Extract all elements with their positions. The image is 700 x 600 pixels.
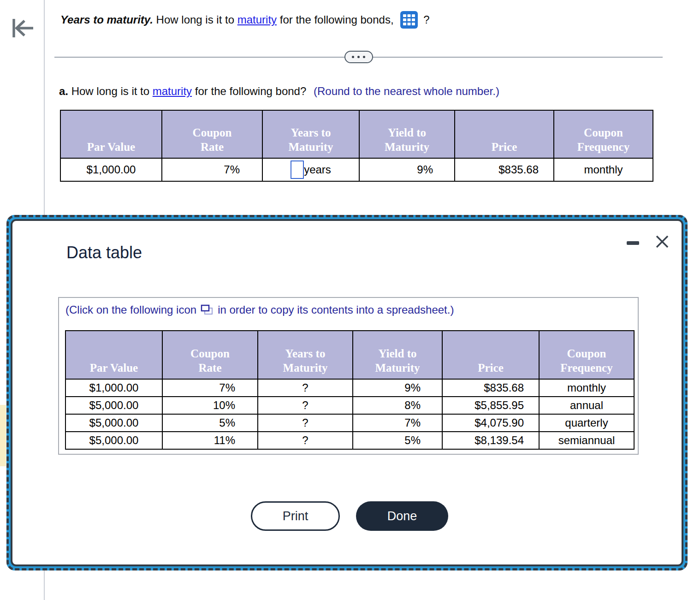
question-mark-suffix: ? [423, 13, 429, 26]
ellipsis-dot [363, 56, 365, 58]
years-cell: ? [258, 432, 353, 449]
col-header-par-value: Par Value [65, 331, 162, 379]
section-divider [54, 57, 663, 58]
price-cell: $8,139.54 [442, 432, 539, 449]
years-input[interactable] [291, 160, 304, 179]
sidebar-highlight-strip [0, 405, 6, 466]
table-row: $5,000.00 5% ? 7% $4,075.90 quarterly [65, 414, 634, 432]
coupon-rate-cell: 11% [162, 432, 258, 449]
price-cell: $4,075.90 [442, 414, 539, 432]
years-suffix-label: years [304, 159, 331, 180]
par-value-cell: $1,000.00 [65, 379, 162, 397]
yield-cell: 9% [353, 379, 442, 397]
col-header-par-value: Par Value [60, 110, 162, 158]
col-header-years-to-maturity: Years toMaturity [258, 331, 353, 379]
years-cell: ? [258, 379, 353, 397]
print-button[interactable]: Print [251, 501, 340, 531]
col-header-coupon-frequency: CouponFrequency [554, 110, 653, 158]
divider-ellipsis-toggle[interactable] [344, 51, 373, 63]
question-header: Years to maturity. How long is it to mat… [60, 11, 430, 29]
col-header-years-to-maturity: Years toMaturity [262, 110, 359, 158]
col-header-price: Price [442, 331, 539, 379]
table-row: $5,000.00 11% ? 5% $8,139.54 semiannual [65, 432, 634, 449]
rounding-instruction: (Round to the nearest whole number.) [314, 85, 499, 97]
modal-content: Data table (Click on the following icon … [11, 219, 683, 566]
maturity-link-a[interactable]: maturity [153, 85, 192, 97]
copy-icon[interactable] [201, 304, 214, 315]
close-icon[interactable] [653, 233, 671, 250]
yield-cell: 5% [353, 432, 442, 449]
col-header-coupon-rate: CouponRate [162, 110, 262, 158]
years-answer-cell: years [262, 158, 359, 181]
frequency-cell: semiannual [539, 432, 634, 449]
price-cell: $835.68 [455, 158, 554, 181]
data-table-panel: (Click on the following icon in order to… [58, 297, 639, 455]
table-row: $5,000.00 10% ? 8% $5,855.95 annual [65, 397, 634, 414]
col-header-coupon-rate: CouponRate [162, 331, 258, 379]
copy-instruction-before: (Click on the following icon [65, 303, 196, 316]
ellipsis-dot [352, 56, 354, 58]
coupon-rate-cell: 5% [162, 414, 258, 432]
par-value-cell: $1,000.00 [60, 158, 162, 181]
modal-title: Data table [66, 243, 142, 262]
price-cell: $5,855.95 [442, 397, 539, 414]
part-a-text: How long is it to [68, 85, 153, 97]
col-header-yield-to-maturity: Yield toMaturity [359, 110, 455, 158]
minimize-icon[interactable] [627, 241, 639, 245]
par-value-cell: $5,000.00 [65, 414, 162, 432]
years-cell: ? [258, 414, 353, 432]
yield-cell: 7% [353, 414, 442, 432]
col-header-price: Price [455, 110, 554, 158]
frequency-cell: monthly [554, 158, 653, 181]
copy-instruction: (Click on the following icon in order to… [65, 303, 454, 316]
part-a-label: a. [59, 85, 68, 97]
frequency-cell: annual [539, 397, 634, 414]
yield-cell: 8% [353, 397, 442, 414]
data-table-grid-icon[interactable] [400, 11, 418, 29]
collapse-left-icon[interactable] [10, 17, 36, 40]
yield-cell: 9% [359, 158, 455, 181]
question-text-2: for the following bonds, [277, 13, 397, 26]
part-a-text-2: for the following bond? [192, 85, 309, 97]
coupon-rate-cell: 10% [162, 397, 258, 414]
years-cell: ? [258, 397, 353, 414]
ellipsis-dot [357, 56, 360, 58]
question-topic: Years to maturity. [60, 13, 153, 26]
price-cell: $835.68 [442, 379, 539, 397]
col-header-coupon-frequency: CouponFrequency [539, 331, 634, 379]
copy-instruction-after: in order to copy its contents into a spr… [218, 303, 454, 316]
done-button[interactable]: Done [356, 501, 448, 531]
coupon-rate-cell: 7% [162, 379, 258, 397]
maturity-link[interactable]: maturity [237, 13, 277, 26]
bond-question-table: Par Value CouponRate Years toMaturity Yi… [60, 110, 653, 182]
frequency-cell: monthly [539, 379, 634, 397]
frequency-cell: quarterly [539, 414, 634, 432]
par-value-cell: $5,000.00 [65, 432, 162, 449]
question-part-a: a. How long is it to maturity for the fo… [59, 85, 499, 98]
data-table-modal: Data table (Click on the following icon … [6, 215, 688, 570]
table-row: $1,000.00 7% years 9% $835.68 monthly [60, 158, 653, 181]
coupon-rate-cell: 7% [162, 158, 262, 181]
table-header-row: Par Value CouponRate Years toMaturity Yi… [60, 110, 653, 158]
table-row: $1,000.00 7% ? 9% $835.68 monthly [65, 379, 634, 397]
modal-bond-table: Par Value CouponRate Years toMaturity Yi… [65, 330, 635, 450]
par-value-cell: $5,000.00 [65, 397, 162, 414]
col-header-yield-to-maturity: Yield toMaturity [353, 331, 442, 379]
table-header-row: Par Value CouponRate Years toMaturity Yi… [65, 331, 634, 379]
question-text: How long is it to [153, 13, 237, 26]
